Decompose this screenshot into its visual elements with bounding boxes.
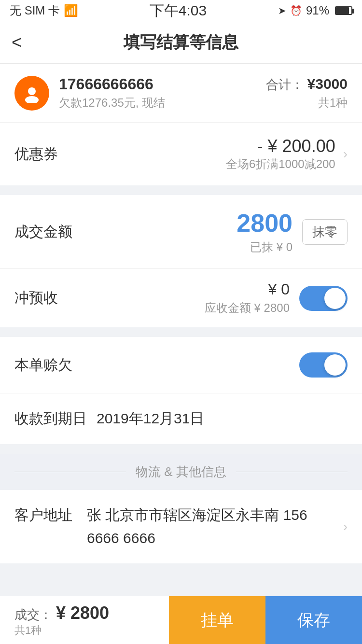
- order-debt-section: 本单赊欠 收款到期日 2019年12月31日: [0, 337, 362, 444]
- deal-amount-col: 2800 已抹 ¥ 0: [237, 209, 292, 255]
- coupon-detail: 全场6折满1000减200: [226, 156, 335, 172]
- duedate-value: 2019年12月31日: [97, 409, 204, 429]
- duedate-row: 收款到期日 2019年12月31日: [0, 393, 362, 444]
- logistics-line-left: [14, 472, 126, 472]
- customer-info: 17666666666 欠款1276.35元, 现结: [59, 75, 165, 111]
- prereceive-amount: ¥ 0: [205, 280, 290, 298]
- section-divider-2: [0, 327, 362, 337]
- bottom-deal-count: 共1种: [14, 623, 154, 638]
- order-debt-toggle[interactable]: [299, 352, 348, 378]
- deal-amount-row: 成交金额 2800 已抹 ¥ 0 抹零: [0, 195, 362, 269]
- svg-point-1: [25, 96, 39, 103]
- coupon-row[interactable]: 优惠券 - ¥ 200.00 全场6折满1000减200 ›: [0, 123, 362, 185]
- clock-icon: ⏰: [290, 5, 302, 16]
- total-label-value: 合计： ¥3000: [266, 76, 348, 93]
- status-right: ➤ ⏰ 91%: [278, 4, 352, 17]
- status-bar: 无 SIM 卡 📶 下午4:03 ➤ ⏰ 91%: [0, 0, 362, 21]
- avatar: [14, 76, 49, 111]
- total-label: 合计：: [266, 77, 304, 92]
- coupon-discount: - ¥ 200.00: [226, 136, 335, 156]
- coupon-right: - ¥ 200.00 全场6折满1000减200 ›: [226, 136, 348, 172]
- toggle-knob-2: [324, 354, 346, 376]
- wifi-icon: 📶: [64, 4, 78, 17]
- address-row[interactable]: 客户地址 张 北京市市辖区海淀区永丰南 156 6666 6666 ›: [0, 490, 362, 563]
- status-left: 无 SIM 卡 📶: [10, 3, 78, 18]
- order-debt-label: 本单赊欠: [14, 355, 72, 375]
- round-zero-button[interactable]: 抹零: [302, 219, 348, 245]
- customer-card: 17666666666 欠款1276.35元, 现结 合计： ¥3000 共1种: [0, 64, 362, 123]
- customer-totals: 合计： ¥3000 共1种: [266, 76, 348, 111]
- bottom-deal-price: ¥ 2800: [56, 603, 109, 623]
- coupon-section: 优惠券 - ¥ 200.00 全场6折满1000减200 ›: [0, 123, 362, 185]
- customer-left: 17666666666 欠款1276.35元, 现结: [14, 75, 165, 111]
- prereceive-right: ¥ 0 应收金额 ¥ 2800: [205, 280, 348, 316]
- bottom-deal-label: 成交：: [14, 606, 52, 623]
- status-time: 下午4:03: [150, 1, 207, 21]
- deal-amount-section: 成交金额 2800 已抹 ¥ 0 抹零 冲预收 ¥ 0 应收金额 ¥ 2800: [0, 195, 362, 327]
- deal-amount-value: 2800: [237, 209, 292, 238]
- prereceive-sub: 应收金额 ¥ 2800: [205, 300, 290, 316]
- section-divider-3: [0, 444, 362, 454]
- order-debt-row: 本单赊欠: [0, 337, 362, 393]
- total-value: ¥3000: [307, 76, 348, 92]
- address-value: 张 北京市市辖区海淀区永丰南 156 6666 6666: [87, 504, 338, 550]
- prereceive-amounts: ¥ 0 应收金额 ¥ 2800: [205, 280, 290, 316]
- location-icon: ➤: [278, 5, 286, 16]
- svg-point-0: [28, 87, 36, 95]
- battery-icon: [335, 6, 352, 15]
- pending-button[interactable]: 挂单: [169, 596, 265, 644]
- sim-text: 无 SIM 卡: [10, 3, 60, 18]
- customer-phone: 17666666666: [59, 75, 165, 93]
- deal-amount-right: 2800 已抹 ¥ 0 抹零: [237, 209, 348, 255]
- bottom-bar: 成交： ¥ 2800 共1种 挂单 保存: [0, 596, 362, 644]
- battery-percent: 91%: [306, 4, 329, 17]
- duedate-label: 收款到期日: [14, 409, 87, 429]
- logistics-header: 物流 & 其他信息: [0, 454, 362, 490]
- customer-debt: 欠款1276.35元, 现结: [59, 95, 165, 111]
- bottom-summary: 成交： ¥ 2800 共1种: [0, 603, 169, 638]
- nav-bar: < 填写结算等信息: [0, 21, 362, 64]
- section-divider-1: [0, 185, 362, 195]
- address-chevron-icon: ›: [343, 519, 348, 534]
- coupon-chevron-icon: ›: [343, 146, 348, 162]
- address-label: 客户地址: [14, 504, 72, 527]
- prereceive-row: 冲预收 ¥ 0 应收金额 ¥ 2800: [0, 269, 362, 327]
- prereceive-toggle[interactable]: [299, 286, 348, 311]
- prereceive-label: 冲预收: [14, 288, 58, 308]
- toggle-knob: [324, 288, 346, 309]
- logistics-line-right: [236, 472, 348, 472]
- deal-amount-sub: 已抹 ¥ 0: [237, 239, 292, 255]
- logistics-text: 物流 & 其他信息: [136, 463, 226, 480]
- page-title: 填写结算等信息: [124, 31, 238, 54]
- back-button[interactable]: <: [12, 32, 22, 53]
- deal-amount-label: 成交金额: [14, 222, 72, 242]
- total-count: 共1种: [266, 95, 348, 111]
- save-button[interactable]: 保存: [265, 596, 362, 644]
- coupon-label: 优惠券: [14, 144, 58, 164]
